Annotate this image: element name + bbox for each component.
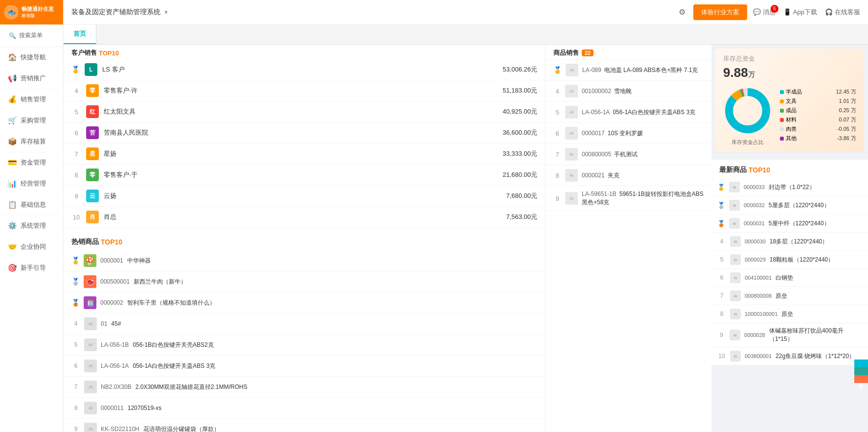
customer-row[interactable]: 8 零 零售客户·于 21,680.00元 [64, 165, 545, 186]
hot-prod-row[interactable]: 🥈 🥩 000500001新西兰牛肉（新牛） [64, 271, 545, 292]
hot-rank-num-6: 6 [71, 362, 80, 369]
hot-prod-row[interactable]: 7 AI NB2.0X30B2.0X30MM双搓花轴搓花直径2.1MM/ROHS [64, 377, 545, 398]
legend-dot-5 [780, 127, 784, 131]
donut-chart [723, 86, 772, 135]
float-btn-live[interactable]: 直播 [854, 375, 868, 383]
rank-num-3: 5 [71, 108, 81, 116]
new-prod-row[interactable]: 🥉 Ai 0000031 5厘中纤（1220*2440） [711, 215, 868, 233]
legend-label-5: 肉类 [786, 125, 797, 133]
new-prod-img-5: Ai [730, 254, 741, 265]
customer-row[interactable]: 9 云 云扬 7,680.00元 [64, 186, 545, 207]
hot-products-section: 热销商品 TOP10 🥇 🍄 0000001中华神器 🥈 🥩 [64, 232, 545, 432]
hot-prod-row[interactable]: 🥇 🍄 0000001中华神器 [64, 250, 545, 271]
prod-rank-3: 5 [553, 109, 561, 116]
rank-num-7: 9 [71, 192, 81, 200]
customer-row[interactable]: 10 肖 肖总 7,563.00元 [64, 207, 545, 228]
customer-row[interactable]: 7 星 星扬 33,333.00元 [64, 144, 545, 165]
sidebar-item-caigou[interactable]: 🛒 采购管理 [0, 110, 63, 131]
hot-prod-img-3: 🫙 [84, 296, 96, 309]
trial-button[interactable]: 体验行业方案 [693, 4, 747, 20]
hot-prod-row[interactable]: 9 AI KK-SD22110H花语萌但温分罐罐袋（厚款） [64, 419, 545, 432]
online-service-button[interactable]: 🎧 在线客服 [825, 8, 860, 17]
prod-medal-1: 🥇 [553, 66, 562, 74]
sidebar-item-xitong[interactable]: ⚙️ 系统管理 [0, 216, 63, 237]
hot-prod-row[interactable]: 8 AI 000001112070519-xs [64, 398, 545, 419]
new-prod-row[interactable]: 7 Ai 000800008 原垒 [711, 287, 868, 305]
hot-prod-info-4: 0145# [101, 320, 121, 327]
new-prod-row[interactable]: 6 Ai 004100001 白钢垫 [711, 269, 868, 287]
prod-info-3: LA-056-1A056-1A白色按键开关盖ABS 3克 [582, 108, 704, 117]
new-prod-row[interactable]: 5 Ai 0000029 18颗粒板（1220*2440） [711, 251, 868, 269]
product-row[interactable]: 7 Ai 000800005手机测试 [546, 144, 711, 165]
hot-prod-info-9: KK-SD22110H花语萌但温分罐罐袋（厚款） [101, 425, 220, 432]
product-row[interactable]: 8 Ai 0000021夹克 [546, 165, 711, 186]
system-title: 装备及固定资产辅助管理系统 ▼ [71, 8, 671, 17]
sidebar-label: 系统管理 [21, 221, 46, 230]
customer-avatar-4: 苦 [86, 126, 99, 139]
sidebar-item-jichu[interactable]: 📋 基础信息 [0, 194, 63, 216]
legend-label-3: 成品 [786, 107, 797, 114]
new-prod-row[interactable]: 🥇 Ai 0000033 封边带（1.0*22） [711, 178, 868, 196]
new-prod-row[interactable]: 8 Ai 10000100001 原垒 [711, 305, 868, 323]
rank-num-6: 8 [71, 171, 81, 179]
sidebar-item-kucun[interactable]: 📦 库存核算 [0, 131, 63, 152]
hot-products-header: 热销商品 TOP10 [64, 232, 545, 250]
tab-home[interactable]: 首页 [64, 24, 96, 44]
search-area[interactable]: 🔍 搜索菜单 [0, 24, 63, 47]
sidebar-label: 基础信息 [21, 200, 46, 209]
hot-prod-row[interactable]: 6 AI LA-056-1A056-1A白色按键开关盖ABS 3克 [64, 356, 545, 377]
settings-button[interactable]: ⚙ [677, 5, 687, 19]
prod-rank-7: 9 [553, 195, 561, 202]
new-rank-6: 6 [717, 274, 726, 281]
sidebar-item-xinshou[interactable]: 🎯 新手引导 [0, 258, 63, 279]
customer-row[interactable]: 4 零 零售客户·许 51,183.00元 [64, 80, 545, 101]
system-title-text: 装备及固定资产辅助管理系统 [71, 8, 160, 17]
customer-row[interactable]: 6 苦 苦南县人民医院 36,600.00元 [64, 122, 545, 144]
mid-top-badge: 22 [582, 49, 594, 56]
new-prod-row[interactable]: 4 Ai 0000030 18多层（1220*2440） [711, 233, 868, 251]
message-icon: 💬 [753, 8, 761, 16]
new-prod-name-5: 18颗粒板（1220*2440） [770, 256, 834, 264]
customer-name-1: LS 客户 [102, 65, 498, 74]
content-area: 客户销售 TOP10 🥇 L LS 客户 53,006.26元 4 零 零售客户… [64, 45, 868, 432]
product-row[interactable]: 5 Ai LA-056-1A056-1A白色按键开关盖ABS 3克 [546, 102, 711, 123]
sidebar-item-jingying[interactable]: 📊 经营管理 [0, 173, 63, 194]
sidebar-item-kuaijie[interactable]: 🏠 快捷导航 [0, 47, 63, 68]
sidebar-item-yingxiao[interactable]: 📢 营销推广 [0, 68, 63, 89]
prod-img-5: Ai [565, 148, 578, 161]
sidebar-item-xiaoshou[interactable]: 💰 销售管理 [0, 89, 63, 110]
legend-label-6: 其他 [786, 135, 797, 142]
sidebar-label: 资金管理 [21, 158, 46, 167]
product-row[interactable]: 9 Ai LA-59651-1B59651-1B旋转投影灯电池盒ABS黑色+58… [546, 186, 711, 211]
service-icon: 🎧 [825, 8, 833, 16]
customer-name-6: 零售客户·于 [104, 170, 498, 179]
app-download-button[interactable]: 📱 App下载 [783, 8, 817, 17]
collab-icon: 🤝 [8, 242, 17, 251]
sidebar-label: 库存核算 [21, 137, 46, 146]
customer-row[interactable]: 5 红 红太阳文具 40,925.00元 [64, 101, 545, 122]
sidebar-item-xietong[interactable]: 🤝 企业协同 [0, 237, 63, 258]
message-badge: 6 [771, 5, 778, 13]
hot-prod-row[interactable]: 4 AI 0145# [64, 313, 545, 335]
new-prod-code-9: 0000028 [744, 332, 765, 338]
hot-prod-row[interactable]: 🥉 🫙 0000002智利车子里（规格不知道填什么） [64, 292, 545, 313]
prod-info-5: 000800005手机测试 [582, 150, 704, 159]
new-prod-row[interactable]: 9 Ai 0000028 体碱嘉枚味苏打饮品400毫升（1*15） [711, 323, 868, 347]
product-row[interactable]: 4 Ai 001000002雪地靴 [546, 81, 711, 102]
prod-rank-6: 8 [553, 172, 561, 179]
sidebar-item-zijin[interactable]: 💳 资金管理 [0, 152, 63, 173]
product-row[interactable]: 6 Ai 000001710S 变利罗媛 [546, 123, 711, 144]
float-btn-service[interactable]: 客服热线 [854, 360, 868, 367]
hot-products-title: 热销商品 [71, 238, 99, 246]
donut-label: 库存资金占比 [723, 139, 772, 146]
product-row[interactable]: 🥇 Ai LA-089电池盖 LA-089 ABS本色+黑种 7.1克 [546, 60, 711, 81]
hot-prod-row[interactable]: 5 AI LA-056-1B056-1B白色按键开关壳ABS2克 [64, 335, 545, 356]
customer-avatar-7: 云 [86, 190, 99, 202]
customer-row[interactable]: 🥇 L LS 客户 53,006.26元 [64, 59, 545, 80]
new-prod-row[interactable]: 10 Ai 003800001 22g鱼豆腐·烧烤味（1*12*20） [711, 347, 868, 365]
message-button[interactable]: 💬 消息 6 [753, 8, 776, 17]
float-btn-community[interactable]: 服务社区 [854, 367, 868, 375]
search-menu-button[interactable]: 🔍 搜索菜单 [5, 28, 58, 43]
prod-info-4: 000001710S 变利罗媛 [582, 129, 704, 138]
new-prod-row[interactable]: 🥈 Ai 0000032 5厘多层（1220*2440） [711, 196, 868, 215]
